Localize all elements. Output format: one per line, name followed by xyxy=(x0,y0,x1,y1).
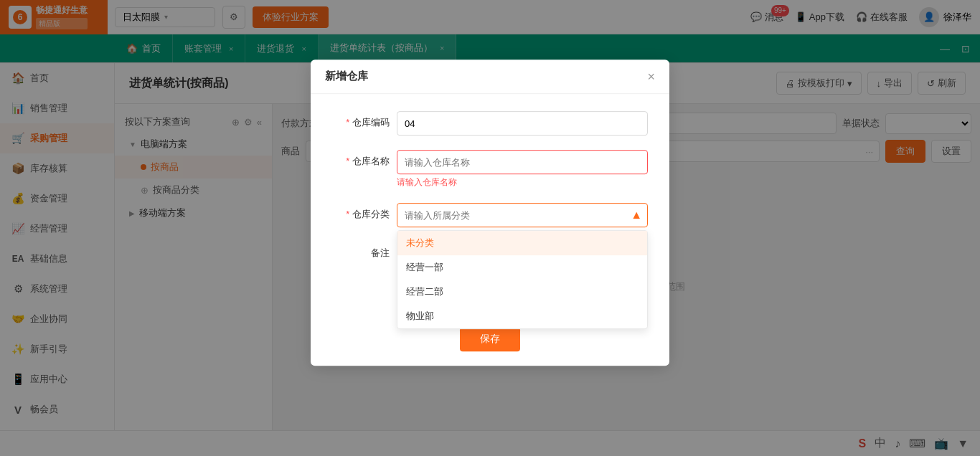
dropdown-item-dept1[interactable]: 经营一部 xyxy=(397,255,647,280)
warehouse-name-error: 请输入仓库名称 xyxy=(397,176,648,189)
warehouse-category-input[interactable] xyxy=(397,203,648,227)
warehouse-category-field: ▲ 未分类 经营一部 经营二部 物业部 xyxy=(397,203,648,227)
modal-close-button[interactable]: × xyxy=(647,70,655,83)
warehouse-code-label: 仓库编码 xyxy=(332,111,390,129)
warehouse-name-field: 请输入仓库名称 xyxy=(397,150,648,189)
warehouse-remark-label: 备注 xyxy=(332,242,390,260)
modal-body: 仓库编码 仓库名称 请输入仓库名称 仓库分类 ▲ 未分类 经营一部 xyxy=(311,94,669,318)
warehouse-name-row: 仓库名称 请输入仓库名称 xyxy=(332,150,648,189)
modal-title: 新增仓库 xyxy=(325,70,368,83)
warehouse-code-input[interactable] xyxy=(397,111,648,136)
dropdown-item-property[interactable]: 物业部 xyxy=(397,304,647,328)
warehouse-category-label: 仓库分类 xyxy=(332,203,390,221)
new-warehouse-modal: 新增仓库 × 仓库编码 仓库名称 请输入仓库名称 仓库分类 ▲ xyxy=(311,60,669,366)
warehouse-name-input[interactable] xyxy=(397,150,648,174)
save-button[interactable]: 保存 xyxy=(460,327,520,351)
dropdown-item-uncategorized[interactable]: 未分类 xyxy=(397,231,647,255)
category-dropdown: 未分类 经营一部 经营二部 物业部 xyxy=(397,230,648,329)
warehouse-code-row: 仓库编码 xyxy=(332,111,648,136)
warehouse-category-row: 仓库分类 ▲ 未分类 经营一部 经营二部 物业部 xyxy=(332,203,648,227)
warehouse-name-label: 仓库名称 xyxy=(332,150,390,168)
warehouse-code-field xyxy=(397,111,648,136)
dropdown-item-dept2[interactable]: 经营二部 xyxy=(397,280,647,304)
modal-header: 新增仓库 × xyxy=(311,60,669,94)
